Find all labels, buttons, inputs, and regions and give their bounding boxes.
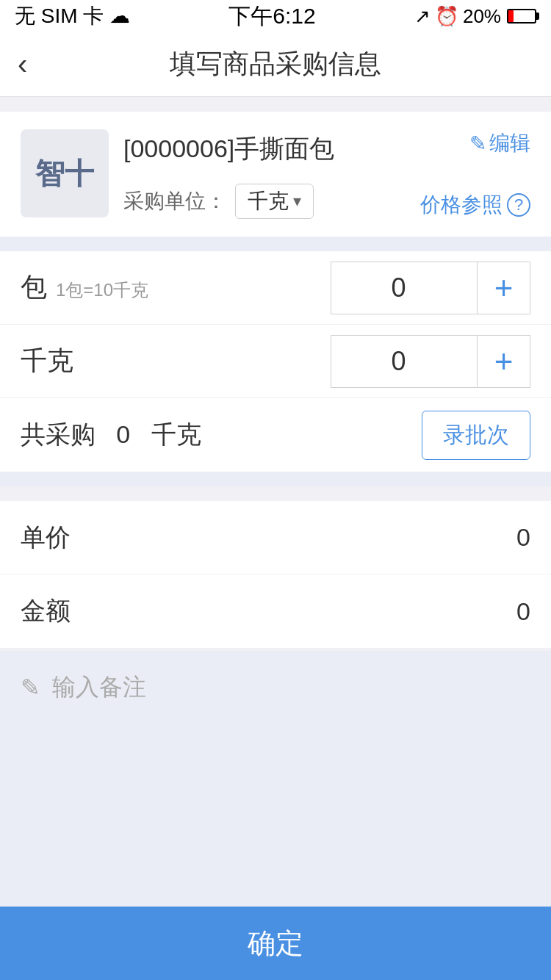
qty-plus-kg[interactable]: +: [478, 335, 530, 388]
price-section: 单价 0 金额 0: [0, 501, 551, 648]
qty-label-bao-sub: 1包=10千克: [56, 278, 148, 302]
confirm-button[interactable]: 确定: [0, 907, 551, 980]
nav-bar: ‹ 填写商品采购信息: [0, 32, 551, 97]
unit-price-value: 0: [516, 523, 530, 552]
note-placeholder: 输入备注: [52, 671, 146, 704]
qty-row-kg: 千克 +: [0, 325, 551, 398]
edit-label: 编辑: [489, 129, 530, 157]
location-icon: ↗: [414, 5, 431, 28]
amount-value: 0: [516, 597, 530, 626]
qty-input-group-bao: +: [331, 262, 530, 314]
qty-plus-bao[interactable]: +: [478, 262, 530, 314]
divider-1: [0, 237, 551, 251]
note-icon: ✎: [21, 674, 40, 702]
qty-input-bao[interactable]: [331, 262, 478, 314]
summary-prefix: 共采购: [21, 420, 96, 448]
divider-2: [0, 472, 551, 486]
summary-row: 共采购 0 千克 录批次: [0, 398, 551, 472]
qty-label-bao: 包 1包=10千克: [21, 270, 331, 306]
summary-value: 0: [116, 420, 130, 448]
sim-status: 无 SIM 卡 ☁: [15, 2, 130, 30]
status-bar-time: 下午6:12: [228, 1, 315, 32]
product-image: 智十: [21, 129, 109, 217]
price-ref-button[interactable]: 价格参照 ?: [420, 191, 530, 219]
alarm-icon: ⏰: [435, 5, 458, 28]
qty-label-kg: 千克: [21, 343, 331, 379]
summary-text: 共采购 0 千克: [21, 418, 201, 452]
status-bar-left: 无 SIM 卡 ☁: [15, 2, 130, 30]
amount-row: 金额 0: [0, 574, 551, 648]
status-bar: 无 SIM 卡 ☁ 下午6:12 ↗ ⏰ 20%: [0, 0, 551, 32]
unit-price-label: 单价: [21, 521, 71, 555]
unit-value: 千克: [248, 187, 289, 215]
batch-button[interactable]: 录批次: [422, 411, 530, 460]
qty-row-bao: 包 1包=10千克 +: [0, 251, 551, 325]
battery-text: 20%: [463, 5, 501, 28]
qty-input-kg[interactable]: [331, 335, 478, 388]
quantity-section: 包 1包=10千克 + 千克 +: [0, 251, 551, 398]
product-card: 智十 [0000006]手撕面包 采购单位： 千克 ▾ ✎ 编辑 价格参照 ?: [0, 112, 551, 237]
back-button[interactable]: ‹: [18, 48, 27, 81]
summary-unit: 千克: [151, 420, 201, 448]
qty-label-bao-main: 包: [21, 270, 47, 306]
dropdown-arrow: ▾: [293, 192, 301, 211]
unit-price-row: 单价 0: [0, 501, 551, 574]
price-ref-icon: ?: [507, 193, 530, 217]
amount-label: 金额: [21, 594, 71, 628]
battery-icon: [507, 9, 536, 24]
edit-button[interactable]: ✎ 编辑: [469, 129, 530, 157]
note-section[interactable]: ✎ 输入备注: [0, 651, 551, 724]
price-ref-label: 价格参照: [420, 191, 503, 219]
status-bar-right: ↗ ⏰ 20%: [414, 5, 536, 28]
edit-icon: ✎: [469, 131, 486, 156]
qty-label-kg-main: 千克: [21, 343, 73, 379]
unit-label: 采购单位：: [123, 187, 226, 215]
page-title: 填写商品采购信息: [170, 46, 381, 82]
product-logo: 智十: [35, 154, 94, 194]
unit-dropdown[interactable]: 千克 ▾: [235, 184, 314, 219]
qty-input-group-kg: +: [331, 335, 530, 388]
